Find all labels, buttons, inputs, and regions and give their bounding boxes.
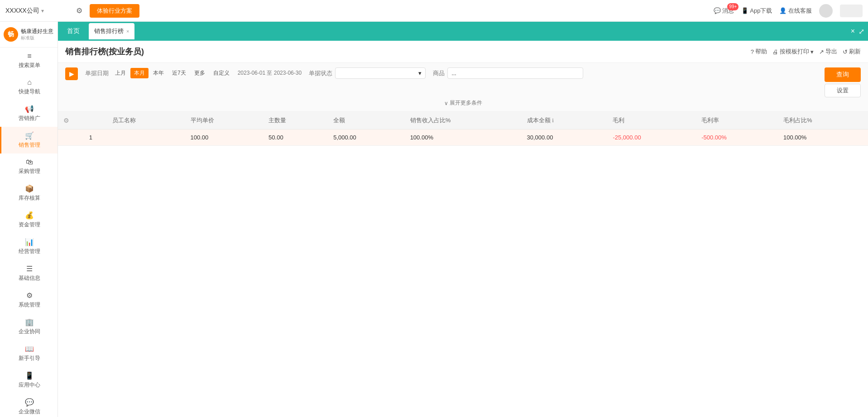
date-tab-custom[interactable]: 自定义 xyxy=(210,68,233,78)
filter-fields: 单据日期 上月 本月 本年 近7天 更多 自定义 2023-06-01 至 20… xyxy=(85,67,817,79)
search-order-icon: ≡ xyxy=(27,52,31,60)
status-chevron-icon: ▾ xyxy=(418,70,422,77)
print-template-button[interactable]: 🖨 按模板打印 ▾ xyxy=(772,48,814,56)
sidebar-label-enterprise: 企业协同 xyxy=(19,328,40,336)
row-revenue-pct: 100.00% xyxy=(405,129,522,146)
logo-sub: 标准版 xyxy=(21,35,53,41)
tab-bar: 首页 销售排行榜 × × ⤢ xyxy=(58,22,868,41)
sidebar-item-wechat[interactable]: 💬 企业微信 xyxy=(0,393,58,417)
sales-icon: 🛒 xyxy=(25,131,34,140)
user-info[interactable] xyxy=(840,5,863,17)
expand-more-button[interactable]: ∨ 展开更多条件 xyxy=(444,99,482,107)
message-icon: 💬 xyxy=(714,7,721,14)
sidebar-label-finance: 资金管理 xyxy=(19,221,40,229)
sidebar-label-app-center: 应用中心 xyxy=(19,381,40,389)
service-icon: 👤 xyxy=(779,7,786,14)
sidebar-item-quick-nav[interactable]: ⌂ 快捷导航 xyxy=(0,74,58,100)
sidebar-label-marketing: 营销推广 xyxy=(19,115,40,122)
sidebar-label-wechat: 企业微信 xyxy=(19,408,40,416)
row-rank: 1 xyxy=(75,129,107,146)
print-chevron-icon: ▾ xyxy=(810,48,814,55)
system-icon: ⚙ xyxy=(26,291,33,300)
sidebar-label-search-order: 搜索菜单 xyxy=(19,62,40,69)
date-tab-this-month[interactable]: 本月 xyxy=(130,68,149,78)
print-icon: 🖨 xyxy=(772,48,778,55)
cost-info-icon: ℹ xyxy=(552,118,554,123)
app-icon: 📱 xyxy=(741,7,748,14)
message-badge: 99+ xyxy=(727,3,739,10)
sidebar-label-purchase: 采购管理 xyxy=(19,168,40,175)
help-button[interactable]: ? 帮助 xyxy=(751,48,767,56)
date-tab-this-year[interactable]: 本年 xyxy=(149,68,168,78)
avatar[interactable] xyxy=(819,4,833,18)
tab-sales-ranking[interactable]: 销售排行榜 × xyxy=(89,23,134,39)
app-center-icon: 📱 xyxy=(25,371,34,380)
tab-home[interactable]: 首页 xyxy=(60,22,87,41)
table-row: 1 100.00 50.00 5,000.00 100.00% 30,000.0… xyxy=(58,129,868,146)
filter-main-row: ▶ 单据日期 上月 本月 本年 近7天 更多 自定义 xyxy=(65,67,861,97)
logo-text: 畅康通好生意 标准版 xyxy=(21,28,53,41)
expand-icon: ▶ xyxy=(69,70,74,77)
date-tab-more[interactable]: 更多 xyxy=(191,68,209,78)
marketing-icon: 📢 xyxy=(25,105,34,113)
purchase-icon: 🛍 xyxy=(26,158,33,166)
export-button[interactable]: ↗ 导出 xyxy=(819,48,837,56)
date-tab-7days[interactable]: 近7天 xyxy=(168,68,190,78)
company-select[interactable]: XXXXX公司 ▾ xyxy=(5,7,69,15)
app-download-button[interactable]: 📱 App下载 xyxy=(741,7,772,15)
filter-actions: 查询 设置 xyxy=(825,67,861,97)
filter-expand-button[interactable]: ▶ xyxy=(65,67,78,80)
close-window-icon[interactable]: × xyxy=(851,27,855,35)
sidebar-label-system: 系统管理 xyxy=(19,301,40,309)
topbar-gear-icon[interactable]: ⚙ xyxy=(72,4,86,18)
settings-button[interactable]: 设置 xyxy=(825,84,861,97)
sidebar-item-inventory[interactable]: 📦 库存核算 xyxy=(0,180,58,206)
row-gross: -25,000.00 xyxy=(607,129,696,146)
export-icon: ↗ xyxy=(819,48,824,55)
app-label: App下载 xyxy=(750,7,772,14)
rankings-table: ⚙ 员工名称 平均单价 主数量 全额 销售收入占比% 成本全额 ℹ xyxy=(58,112,868,146)
topbar-right-tools: 💬 消息 99+ 📱 App下载 👤 在线客服 xyxy=(714,4,863,18)
sidebar-item-search-order[interactable]: ≡ 搜索菜单 xyxy=(0,48,58,74)
refresh-button[interactable]: ↺ 刷新 xyxy=(843,48,861,56)
sidebar-item-system[interactable]: ⚙ 系统管理 xyxy=(0,287,58,313)
online-service-button[interactable]: 👤 在线客服 xyxy=(779,7,812,15)
logo-icon: 畅 xyxy=(4,27,18,42)
basic-info-icon: ☰ xyxy=(26,264,33,273)
sidebar-item-operations[interactable]: 📊 经营管理 xyxy=(0,233,58,260)
expand-more-row: ∨ 展开更多条件 xyxy=(65,97,861,107)
sidebar-item-beginner[interactable]: 📖 新手引导 xyxy=(0,340,58,367)
maximize-icon[interactable]: ⤢ xyxy=(858,27,864,36)
status-select[interactable]: ▾ xyxy=(335,67,426,79)
sidebar-label-inventory: 库存核算 xyxy=(19,194,40,202)
sidebar-item-basic-info[interactable]: ☰ 基础信息 xyxy=(0,260,58,287)
sidebar-item-marketing[interactable]: 📢 营销推广 xyxy=(0,100,58,127)
date-tab-last-month[interactable]: 上月 xyxy=(111,68,129,78)
tab-sales-ranking-label: 销售排行榜 xyxy=(94,27,124,35)
column-settings-icon[interactable]: ⚙ xyxy=(63,117,69,124)
col-gross-pct: 毛利占比% xyxy=(778,112,868,129)
tab-close-icon[interactable]: × xyxy=(126,29,129,34)
goods-filter-group: 商品 ... xyxy=(433,67,583,79)
logo-main: 畅康通好生意 xyxy=(21,28,53,35)
tab-bar-right: × ⤢ xyxy=(851,27,868,36)
row-gross-rate: -500.00% xyxy=(696,129,778,146)
row-amount: 5,000.00 xyxy=(328,129,404,146)
sidebar-item-sales[interactable]: 🛒 销售管理 xyxy=(0,127,58,153)
expand-more-icon: ∨ xyxy=(444,100,448,106)
trial-button[interactable]: 体验行业方案 xyxy=(90,4,139,18)
col-rank xyxy=(75,112,107,129)
sidebar-item-enterprise[interactable]: 🏢 企业协同 xyxy=(0,313,58,340)
sidebar-item-finance[interactable]: 💰 资金管理 xyxy=(0,206,58,233)
goods-input[interactable]: ... xyxy=(447,67,583,79)
page-title: 销售排行榜(按业务员) xyxy=(65,46,144,57)
query-button[interactable]: 查询 xyxy=(825,67,861,82)
enterprise-icon: 🏢 xyxy=(25,318,34,326)
wechat-icon: 💬 xyxy=(25,398,34,407)
help-icon: ? xyxy=(751,48,754,55)
message-button[interactable]: 💬 消息 99+ xyxy=(714,7,734,15)
sidebar-item-purchase[interactable]: 🛍 采购管理 xyxy=(0,153,58,180)
sidebar-item-app-center[interactable]: 📱 应用中心 xyxy=(0,367,58,393)
col-revenue-pct: 销售收入占比% xyxy=(405,112,522,129)
top-bar: XXXXX公司 ▾ ⚙ 体验行业方案 💬 消息 99+ 📱 App下载 👤 在线… xyxy=(0,0,868,22)
